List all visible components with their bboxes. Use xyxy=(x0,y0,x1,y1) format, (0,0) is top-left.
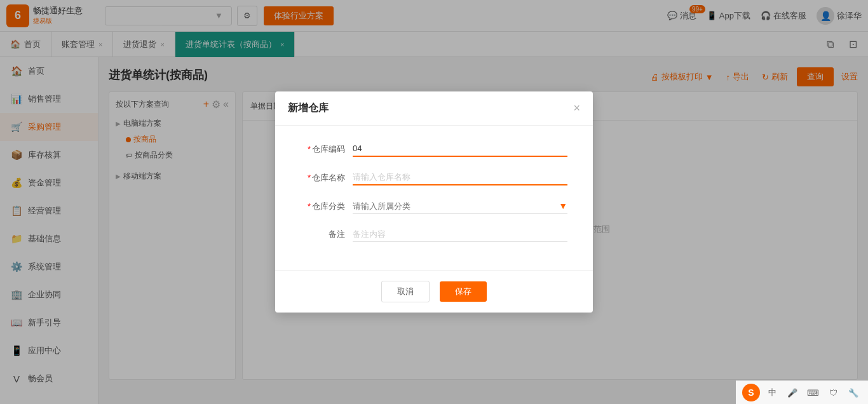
category-row: *仓库分类 ▼ xyxy=(301,198,567,214)
modal-header: 新增仓库 × xyxy=(275,91,593,126)
save-button[interactable]: 保存 xyxy=(440,281,487,302)
code-label: *仓库编码 xyxy=(301,144,345,155)
name-input[interactable] xyxy=(353,170,567,185)
bottom-bar: S 中 🎤 ⌨ 🛡 🔧 xyxy=(736,380,868,404)
modal-close-button[interactable]: × xyxy=(573,102,580,115)
modal-overlay[interactable]: 新增仓库 × *仓库编码 04 *仓库名称 *仓库分类 xyxy=(0,0,868,404)
modal-footer: 取消 保存 xyxy=(275,270,593,313)
cancel-button[interactable]: 取消 xyxy=(381,281,430,302)
mic-icon[interactable]: 🎤 xyxy=(784,384,801,401)
category-select-wrap[interactable]: ▼ xyxy=(353,198,567,214)
code-row: *仓库编码 04 xyxy=(301,141,567,157)
category-input[interactable] xyxy=(353,201,559,211)
note-row: 备注 xyxy=(301,227,567,242)
modal-body: *仓库编码 04 *仓库名称 *仓库分类 ▼ xyxy=(275,126,593,270)
s-logo: S xyxy=(742,384,760,401)
note-input[interactable] xyxy=(353,227,567,242)
keyboard-icon[interactable]: ⌨ xyxy=(804,384,821,401)
chinese-input-label: 中 xyxy=(764,384,780,401)
name-required: * xyxy=(308,173,311,182)
name-label: *仓库名称 xyxy=(301,172,345,184)
category-dropdown-icon[interactable]: ▼ xyxy=(559,201,567,211)
code-input[interactable]: 04 xyxy=(353,141,567,157)
code-required: * xyxy=(308,144,311,154)
category-required: * xyxy=(308,201,311,211)
category-label: *仓库分类 xyxy=(301,201,345,212)
name-row: *仓库名称 xyxy=(301,170,567,185)
shield-icon[interactable]: 🛡 xyxy=(825,384,841,401)
modal-title: 新增仓库 xyxy=(288,102,329,115)
tools-icon[interactable]: 🔧 xyxy=(845,384,862,401)
modal-dialog: 新增仓库 × *仓库编码 04 *仓库名称 *仓库分类 xyxy=(275,91,593,313)
note-label: 备注 xyxy=(301,229,345,240)
